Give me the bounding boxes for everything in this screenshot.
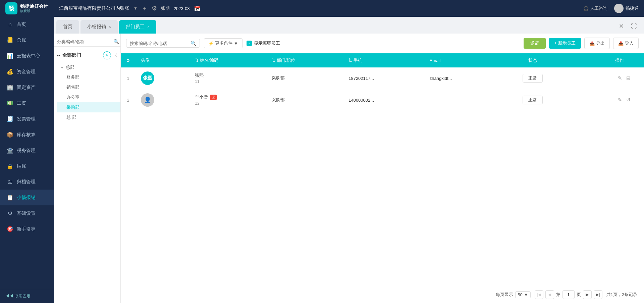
dept-arrow-icon: ▼	[60, 66, 64, 69]
last-page-button[interactable]: ▶|	[594, 290, 602, 299]
tab-maximize-button[interactable]: ⛶	[629, 21, 639, 31]
show-resign-checkbox[interactable]: ✓	[247, 41, 252, 46]
row2-no: 2	[121, 89, 136, 111]
content-area: 首页 小畅报销 × 部门员工 × ✕ ⛶ 🔍	[54, 17, 644, 303]
sidebar-item-reports[interactable]: 📊 云报表中心	[0, 48, 54, 64]
export-button[interactable]: 📤 导出	[584, 38, 610, 49]
calendar-icon[interactable]: 📅	[194, 5, 201, 12]
invite-button[interactable]: 邀请	[524, 38, 546, 49]
dept-search-input[interactable]	[57, 39, 113, 44]
user-area[interactable]: 畅捷通	[614, 4, 639, 13]
sidebar-item-guide[interactable]: 🎯 新手引导	[0, 221, 54, 237]
logo-text-group: 畅捷通好会计 旗舰版	[20, 3, 48, 14]
per-page-dropdown-icon: ▼	[524, 292, 528, 297]
sidebar-label-tax: 税务管理	[17, 148, 36, 154]
dept-child-procurement[interactable]: 采购部	[57, 102, 120, 112]
sidebar-item-tax[interactable]: 🏦 税务管理	[0, 143, 54, 158]
tab-expense-close-icon[interactable]: ×	[109, 24, 111, 29]
dept-child-general[interactable]: 总 部	[57, 112, 120, 122]
row2-edit-icon[interactable]: ✎	[618, 97, 622, 103]
dept-collapse-icon[interactable]: 《	[113, 53, 117, 58]
employee-table: ⚙ 头像 ⇅ 姓名/编码 ⇅ 部门/职位 ⇅ 手机	[121, 53, 644, 111]
header-company: 江西服宝精品有限责任公司内账张 ▼ ＋ ⚙ 账期 2023-03 📅	[59, 4, 583, 12]
sidebar-item-archive[interactable]: 🗂 归档管理	[0, 174, 54, 190]
tab-home[interactable]: 首页	[56, 20, 79, 34]
company-name: 江西服宝精品有限责任公司内账张	[59, 5, 129, 11]
tab-employees[interactable]: 部门员工 ×	[119, 20, 156, 34]
tab-close-window-button[interactable]: ✕	[616, 21, 626, 31]
row1-actions: ✎ ⊟	[568, 67, 644, 89]
first-page-button[interactable]: |◀	[535, 290, 543, 299]
col-phone[interactable]: ⇅ 手机	[343, 53, 424, 67]
row1-name: 张熙	[195, 72, 204, 79]
page-input[interactable]	[562, 290, 575, 299]
tab-actions: ✕ ⛶	[616, 21, 644, 34]
employee-search-icon[interactable]: 🔍	[191, 41, 196, 46]
dept-child-office[interactable]: 办公室	[57, 92, 120, 102]
sidebar-item-funds[interactable]: 💰 资金管理	[0, 64, 54, 80]
col-settings[interactable]: ⚙	[121, 53, 136, 67]
sidebar-item-inventory[interactable]: 📦 库存核算	[0, 127, 54, 143]
tab-expense[interactable]: 小畅报销 ×	[80, 20, 118, 34]
row2-name-code: 宁小雪 应 12	[190, 89, 266, 111]
invoice-icon: 🧾	[7, 116, 13, 122]
dept-parent-headquarters[interactable]: ▼ 总部	[57, 63, 120, 72]
sidebar-label-expense: 小畅报销	[17, 195, 36, 201]
export-label: 导出	[596, 40, 605, 46]
sidebar-item-assets[interactable]: 🏢 固定资产	[0, 80, 54, 95]
add-employee-button[interactable]: + 新增员工	[549, 38, 581, 49]
row1-edit-icon[interactable]: ✎	[618, 75, 622, 81]
sidebar-item-settings[interactable]: ⚙ 基础设置	[0, 205, 54, 221]
sidebar-label-payroll: 工资	[17, 100, 26, 106]
per-page-select[interactable]: 50 ▼	[515, 291, 530, 298]
per-page-value: 50	[518, 292, 522, 297]
tab-bar: 首页 小畅报销 × 部门员工 × ✕ ⛶	[54, 17, 644, 34]
all-dept-button[interactable]: ▪▪ 全部部门	[57, 52, 81, 58]
next-page-button[interactable]: ▶	[583, 290, 592, 299]
prev-page-button[interactable]: ◀	[545, 290, 554, 299]
row2-status-cell: 正常	[498, 89, 567, 111]
more-filter-button[interactable]: ⚡ 更多条件 ▼	[204, 38, 243, 48]
expense-icon: 📋	[7, 194, 13, 201]
add-company-icon[interactable]: ＋	[142, 4, 148, 12]
table-row: 2 👤 宁小雪 应	[121, 89, 644, 111]
service-button[interactable]: 🎧 人工咨询	[583, 5, 607, 11]
row1-name-code: 张熙 11	[190, 67, 266, 89]
filter-dropdown-icon: ▼	[234, 41, 238, 46]
sidebar-item-payroll[interactable]: 💵 工资	[0, 95, 54, 111]
sidebar-item-expense[interactable]: 📋 小畅报销	[0, 190, 54, 205]
table-row: 1 张熙 张熙 11	[121, 67, 644, 89]
col-name-code[interactable]: ⇅ 姓名/编码	[190, 53, 266, 67]
home-icon: ⌂	[7, 21, 13, 28]
import-button[interactable]: 📥 导入	[613, 38, 639, 49]
row1-more-icon[interactable]: ⊟	[626, 75, 631, 81]
sidebar-pin-toggle[interactable]: ◀◀ 取消固定	[0, 289, 54, 303]
row1-avatar: 张熙	[141, 71, 154, 85]
row2-code: 12	[195, 101, 261, 106]
row2-refresh-icon[interactable]: ↺	[626, 97, 631, 103]
employee-table-area: ⚙ 头像 ⇅ 姓名/编码 ⇅ 部门/职位 ⇅ 手机	[121, 53, 644, 286]
sidebar-item-ledger[interactable]: 📒 总账	[0, 32, 54, 48]
close-period-icon: 🔒	[7, 163, 13, 169]
sidebar-item-close[interactable]: 🔒 结账	[0, 158, 54, 174]
dept-child-sales[interactable]: 销售部	[57, 82, 120, 92]
sidebar-item-invoice[interactable]: 🧾 发票管理	[0, 111, 54, 127]
employee-search-input[interactable]	[130, 41, 191, 46]
dept-search-icon[interactable]: 🔍	[113, 39, 119, 44]
dept-child-finance[interactable]: 财务部	[57, 72, 120, 82]
dept-edit-button[interactable]: ✎	[103, 51, 111, 59]
page-label: 第	[556, 292, 560, 298]
tab-employees-close-icon[interactable]: ×	[147, 24, 150, 29]
sidebar-label-ledger: 总账	[17, 37, 26, 43]
sidebar-label-assets: 固定资产	[17, 85, 36, 91]
sidebar-label-close: 结账	[17, 163, 26, 169]
sidebar-item-home[interactable]: ⌂ 首页	[0, 17, 54, 32]
company-dropdown-icon[interactable]: ▼	[133, 6, 138, 11]
col-dept-position[interactable]: ⇅ 部门/职位	[266, 53, 343, 67]
filter-icon: ⚡	[208, 41, 214, 46]
left-tree: 🔍 ▪▪ 全部部门 ✎ 《 ▼ 总部	[54, 34, 121, 303]
sidebar-label-reports: 云报表中心	[17, 53, 40, 59]
service-label: 人工咨询	[590, 5, 607, 11]
row1-phone: 187202117...	[343, 67, 424, 89]
company-settings-icon[interactable]: ⚙	[152, 5, 157, 12]
